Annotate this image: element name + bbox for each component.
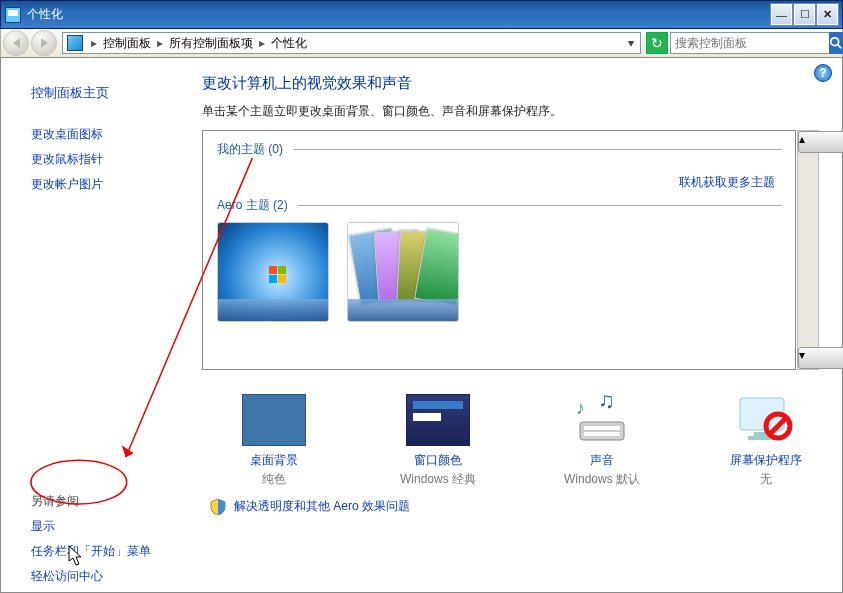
desktop-background-value: 纯色	[218, 471, 330, 488]
sidebar: 控制面板主页 更改桌面图标 更改鼠标指针 更改帐户图片 另请参阅 显示 任务栏和…	[1, 58, 202, 592]
cursor-icon	[67, 546, 85, 568]
personalization-options-row: 桌面背景 纯色 窗口颜色 Windows 经典 ♪♫ 声音 Windows 默认…	[218, 394, 822, 488]
see-also-display-link[interactable]: 显示	[31, 518, 172, 535]
refresh-button[interactable]: ↻	[646, 32, 668, 54]
svg-rect-4	[580, 422, 624, 440]
scrollbar-up-button[interactable]: ▴	[798, 131, 843, 153]
my-themes-label: 我的主题 (0)	[217, 141, 283, 158]
page-heading: 更改计算机上的视觉效果和声音	[202, 74, 822, 93]
window-color-label: 窗口颜色	[382, 452, 494, 469]
theme-windows7[interactable]	[217, 222, 329, 322]
see-also-ease-of-access-link[interactable]: 轻松访问中心	[31, 568, 172, 585]
aero-troubleshoot-link[interactable]: 解决透明度和其他 Aero 效果问题	[234, 498, 410, 515]
screensaver-option[interactable]: 屏幕保护程序 无	[710, 394, 822, 488]
search-go-button[interactable]	[829, 32, 843, 54]
nav-forward-button[interactable]	[31, 30, 57, 56]
screensaver-label: 屏幕保护程序	[710, 452, 822, 469]
close-button[interactable]: ✕	[817, 4, 838, 25]
page-subheading: 单击某个主题立即更改桌面背景、窗口颜色、声音和屏幕保护程序。	[202, 103, 822, 120]
svg-rect-6	[584, 432, 620, 436]
window-color-value: Windows 经典	[382, 471, 494, 488]
breadcrumb-item[interactable]: 个性化	[269, 35, 309, 52]
breadcrumb-item[interactable]: 控制面板	[101, 35, 153, 52]
change-account-picture-link[interactable]: 更改帐户图片	[31, 176, 172, 193]
see-also-taskbar-link[interactable]: 任务栏和「开始」菜单	[31, 543, 172, 560]
chevron-right-icon[interactable]: ▸	[255, 36, 269, 50]
app-icon	[5, 7, 21, 23]
my-themes-group: 我的主题 (0)	[217, 141, 781, 158]
chevron-right-icon[interactable]: ▸	[87, 36, 101, 50]
main-content: 更改计算机上的视觉效果和声音 单击某个主题立即更改桌面背景、窗口颜色、声音和屏幕…	[202, 58, 842, 592]
window-title: 个性化	[27, 6, 769, 23]
desktop-background-option[interactable]: 桌面背景 纯色	[218, 394, 330, 488]
get-online-themes-link[interactable]: 联机获取更多主题	[217, 174, 775, 191]
window-color-option[interactable]: 窗口颜色 Windows 经典	[382, 394, 494, 488]
search-box[interactable]	[670, 32, 840, 54]
change-mouse-pointers-link[interactable]: 更改鼠标指针	[31, 151, 172, 168]
window-color-icon	[406, 394, 470, 446]
svg-rect-5	[584, 426, 620, 430]
scrollbar-down-button[interactable]: ▾	[798, 347, 843, 369]
content-frame: ? 控制面板主页 更改桌面图标 更改鼠标指针 更改帐户图片 另请参阅 显示 任务…	[0, 58, 843, 593]
sound-value: Windows 默认	[546, 471, 658, 488]
screensaver-icon	[734, 394, 798, 446]
svg-line-1	[838, 45, 842, 49]
svg-text:♫: ♫	[598, 394, 615, 413]
aero-themes-group: Aero 主题 (2)	[217, 197, 781, 214]
desktop-background-label: 桌面背景	[218, 452, 330, 469]
svg-text:♪: ♪	[576, 398, 585, 418]
desktop-background-icon	[242, 394, 306, 446]
theme-thumbnails-row	[217, 222, 781, 322]
sound-label: 声音	[546, 452, 658, 469]
chevron-down-icon[interactable]: ▾	[622, 36, 640, 50]
maximize-button[interactable]: ☐	[794, 4, 815, 25]
change-desktop-icons-link[interactable]: 更改桌面图标	[31, 126, 172, 143]
aero-troubleshoot-row: 解决透明度和其他 Aero 效果问题	[210, 498, 822, 515]
breadcrumb[interactable]: ▸ 控制面板 ▸ 所有控制面板项 ▸ 个性化 ▾	[62, 32, 641, 54]
theme-collection[interactable]	[347, 222, 459, 322]
nav-back-button[interactable]	[3, 30, 29, 56]
vertical-scrollbar[interactable]: ▴ ▾	[797, 130, 819, 370]
screensaver-value: 无	[710, 471, 822, 488]
window-titlebar[interactable]: 个性化 — ☐ ✕	[0, 0, 843, 29]
themes-scroll-panel: ▴ ▾ 我的主题 (0) 联机获取更多主题 Aero 主题 (2)	[202, 130, 796, 370]
sound-option[interactable]: ♪♫ 声音 Windows 默认	[546, 394, 658, 488]
address-bar: ▸ 控制面板 ▸ 所有控制面板项 ▸ 个性化 ▾ ↻	[0, 29, 843, 58]
search-input[interactable]	[671, 36, 829, 50]
windows-logo-icon	[269, 266, 287, 284]
location-icon	[67, 35, 83, 51]
control-panel-home-link[interactable]: 控制面板主页	[31, 84, 172, 102]
breadcrumb-item[interactable]: 所有控制面板项	[167, 35, 255, 52]
chevron-right-icon[interactable]: ▸	[153, 36, 167, 50]
svg-point-0	[831, 38, 839, 46]
search-icon	[829, 36, 843, 50]
shield-icon	[210, 499, 226, 515]
see-also-header: 另请参阅	[31, 493, 172, 510]
minimize-button[interactable]: —	[771, 4, 792, 25]
sound-icon: ♪♫	[570, 394, 634, 446]
aero-themes-label: Aero 主题 (2)	[217, 197, 288, 214]
